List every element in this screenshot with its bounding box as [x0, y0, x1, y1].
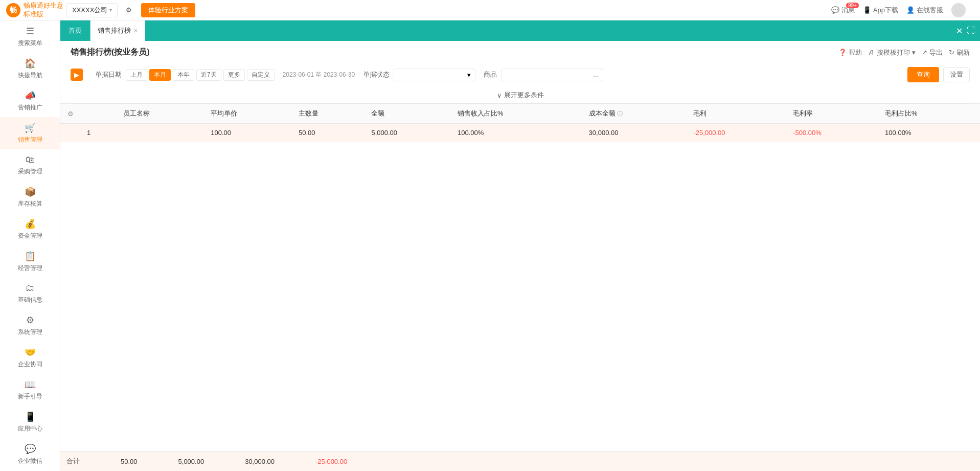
footer-gross-profit: -25,000.00: [315, 458, 347, 465]
page-header: 销售排行榜(按业务员) ❓ 帮助 🖨 按模板打印 ▾ ↗: [60, 41, 980, 104]
td-avg-price: 100.00: [204, 124, 292, 142]
goods-more-icon: ...: [593, 71, 599, 79]
th-qty: 主数量: [292, 104, 365, 124]
status-select[interactable]: ▾: [394, 69, 475, 81]
tab-home[interactable]: 首页: [60, 20, 90, 41]
date-filter-group: 单据日期 上月 本月 本年 近7天 更多 自定义: [95, 69, 275, 81]
tab-close-icon[interactable]: ×: [134, 27, 138, 34]
data-table: ⚙ 员工名称 平均单价 主数量 全额 销售收入占比% 成本全额 ⓘ 毛利: [60, 104, 980, 142]
sidebar-item-sales[interactable]: 🛒 销售管理: [0, 117, 60, 149]
template-print-label: 按模板打印: [877, 48, 910, 57]
template-print-button[interactable]: 🖨 按模板打印 ▾: [868, 48, 916, 57]
expand-label: 展开更多条件: [504, 91, 544, 100]
expand-row: ∨ 展开更多条件: [71, 87, 970, 103]
td-gross-profit: -25,000.00: [687, 124, 787, 142]
td-amount: 5,000.00: [365, 124, 451, 142]
sidebar-item-system[interactable]: ⚙ 系统管理: [0, 309, 60, 342]
date-range-display: 2023-06-01 至 2023-06-30: [283, 71, 355, 79]
inventory-icon: 📦: [25, 186, 36, 197]
date-btn-this-year[interactable]: 本年: [173, 69, 194, 81]
topbar-right: 💬 消息 99+ 📱 App下载 👤 在线客服: [831, 3, 974, 17]
goods-input[interactable]: ...: [501, 69, 603, 81]
sidebar-item-guide[interactable]: 📖 新手引导: [0, 374, 60, 406]
sidebar-item-enterprise-wechat[interactable]: 💬 企业微信: [0, 438, 60, 470]
online-service-button[interactable]: 👤 在线客服: [906, 6, 943, 15]
sidebar-item-operations[interactable]: 📋 经营管理: [0, 245, 60, 278]
expand-button[interactable]: ∨ 展开更多条件: [497, 91, 544, 100]
sidebar-item-search-order[interactable]: ☰ 搜索菜单: [0, 20, 60, 53]
column-settings-button[interactable]: 设置: [943, 67, 970, 82]
tab-home-label: 首页: [69, 26, 82, 35]
sidebar-item-quick-nav[interactable]: 🏠 快捷导航: [0, 53, 60, 85]
finance-icon: 💰: [25, 218, 36, 230]
sidebar-item-enterprise-collab[interactable]: 🤝 企业协同: [0, 342, 60, 374]
export-button[interactable]: ↗ 导出: [922, 48, 943, 57]
refresh-button[interactable]: ↻ 刷新: [949, 48, 970, 57]
wechat-icon: 💬: [25, 443, 36, 455]
app-download-button[interactable]: 📱 App下载: [863, 6, 898, 15]
sidebar-item-label: 基础信息: [18, 296, 42, 304]
quick-filter-arrow[interactable]: ▶: [71, 69, 83, 81]
tab-sales-ranking[interactable]: 销售排行榜 ×: [90, 20, 145, 41]
help-button[interactable]: ❓ 帮助: [838, 48, 862, 57]
trial-button[interactable]: 体验行业方案: [141, 3, 195, 17]
cost-info-icon[interactable]: ⓘ: [617, 110, 623, 117]
th-sales-ratio: 销售收入占比%: [451, 104, 583, 124]
sidebar-item-label: 企业微信: [18, 457, 42, 465]
date-btn-custom[interactable]: 自定义: [247, 69, 275, 81]
sidebar-item-purchase[interactable]: 🛍 采购管理: [0, 149, 60, 181]
avatar[interactable]: [951, 3, 966, 17]
table-container: ⚙ 员工名称 平均单价 主数量 全额 销售收入占比% 成本全额 ⓘ 毛利: [60, 104, 980, 451]
expand-icon: ∨: [497, 92, 502, 99]
sidebar-item-basic-info[interactable]: 🗂 基础信息: [0, 278, 60, 309]
date-btn-last-month[interactable]: 上月: [126, 69, 147, 81]
logo-text: 畅康通好生意 标准版: [24, 2, 63, 19]
sidebar-item-label: 采购管理: [18, 167, 42, 176]
status-filter-label: 单据状态: [363, 70, 390, 79]
status-dropdown-icon: ▾: [467, 71, 471, 79]
date-btn-more[interactable]: 更多: [223, 69, 245, 81]
th-settings[interactable]: ⚙: [60, 104, 81, 124]
query-button[interactable]: 查询: [907, 67, 939, 82]
window-expand-icon[interactable]: ⛶: [967, 26, 975, 35]
message-button[interactable]: 💬 消息 99+: [831, 6, 855, 15]
sidebar-item-finance[interactable]: 💰 资金管理: [0, 213, 60, 245]
page-title: 销售排行榜(按业务员): [71, 47, 150, 58]
th-amount: 全额: [365, 104, 451, 124]
purchase-icon: 🛍: [26, 154, 35, 165]
status-filter-group: 单据状态 ▾: [363, 69, 475, 81]
sidebar-item-label: 系统管理: [18, 328, 42, 337]
td-sales-ratio: 100.00%: [451, 124, 583, 142]
company-selector[interactable]: XXXXX公司 ▾: [66, 3, 118, 17]
filter-bar: ▶ 单据日期 上月 本月 本年 近7天 更多 自定义: [71, 62, 970, 87]
logo-icon: 畅: [6, 3, 20, 17]
sidebar-item-label: 应用中心: [18, 424, 42, 433]
app-center-icon: 📱: [25, 411, 36, 422]
th-rank: [81, 104, 117, 124]
td-qty: 50.00: [292, 124, 365, 142]
date-btn-7days[interactable]: 近7天: [196, 69, 221, 81]
topbar-settings-icon[interactable]: ⚙: [122, 3, 136, 17]
sidebar-item-app-center[interactable]: 📱 应用中心: [0, 406, 60, 438]
app-label: App下载: [873, 6, 898, 15]
td-gross-rate: -500.00%: [787, 124, 879, 142]
sidebar-item-inventory[interactable]: 📦 库存核算: [0, 181, 60, 213]
window-close-icon[interactable]: ✕: [956, 26, 963, 36]
basic-info-icon: 🗂: [26, 283, 35, 294]
refresh-label: 刷新: [956, 48, 970, 57]
search-order-icon: ☰: [26, 26, 34, 37]
company-name: XXXXX公司: [72, 6, 107, 15]
date-range-group: 2023-06-01 至 2023-06-30: [283, 71, 355, 79]
date-btn-this-month[interactable]: 本月: [149, 69, 171, 81]
footer-qty: 50.00: [121, 458, 138, 465]
tab-bar-right: ✕ ⛶: [956, 26, 980, 36]
page-title-row: 销售排行榜(按业务员) ❓ 帮助 🖨 按模板打印 ▾ ↗: [71, 47, 970, 62]
sidebar-item-marketing[interactable]: 📣 营销推广: [0, 85, 60, 117]
company-dropdown-icon: ▾: [109, 7, 112, 13]
date-filter-label: 单据日期: [95, 70, 122, 79]
th-avg-price: 平均单价: [204, 104, 292, 124]
collab-icon: 🤝: [25, 347, 36, 358]
th-name: 员工名称: [117, 104, 205, 124]
tab-bar: 首页 销售排行榜 × ✕ ⛶: [60, 20, 980, 41]
print-dropdown-icon: ▾: [912, 49, 916, 56]
